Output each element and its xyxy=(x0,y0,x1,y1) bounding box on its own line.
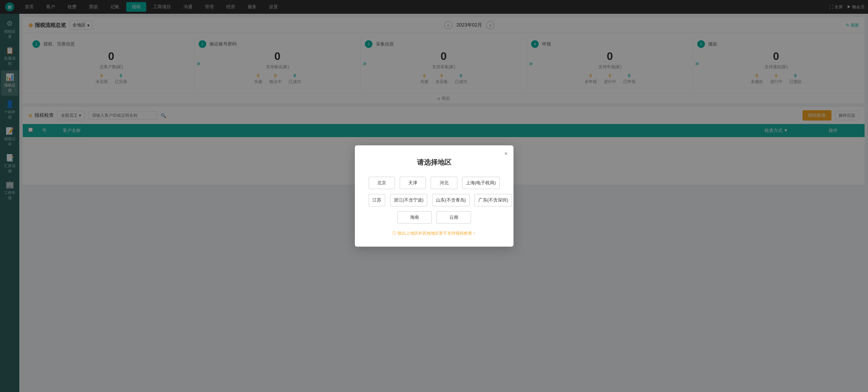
region-btn-guangdong[interactable]: 广东(不含深圳) xyxy=(475,194,512,206)
region-btn-tianjin[interactable]: 天津 xyxy=(400,177,426,189)
region-grid-row2: 江苏 浙江(不含宁波) 山东(不含青岛) 广东(不含深圳) xyxy=(369,194,500,206)
region-warning: ⓘ 除以上地区外其他地区暂不支持报税检查！ xyxy=(369,230,500,236)
region-btn-hainan[interactable]: 海南 xyxy=(397,211,432,224)
region-btn-yunnan[interactable]: 云南 xyxy=(437,211,471,224)
modal-close-btn[interactable]: × xyxy=(504,150,508,157)
region-btn-zhejiang[interactable]: 浙江(不含宁波) xyxy=(390,194,428,206)
region-btn-jiangsu[interactable]: 江苏 xyxy=(369,194,385,206)
modal-title: 请选择地区 xyxy=(369,158,500,167)
region-select-modal: × 请选择地区 北京 天津 河北 上海(电子税局) 江苏 浙江(不含宁波) 山东… xyxy=(355,145,513,247)
warning-icon: ⓘ xyxy=(392,230,396,236)
region-grid-row1: 北京 天津 河北 上海(电子税局) xyxy=(369,177,500,189)
region-btn-hebei[interactable]: 河北 xyxy=(431,177,457,189)
modal-overlay: × 请选择地区 北京 天津 河北 上海(电子税局) 江苏 浙江(不含宁波) 山东… xyxy=(0,0,868,392)
region-grid-row3: 海南 云南 xyxy=(369,211,500,224)
region-btn-beijing[interactable]: 北京 xyxy=(369,177,395,189)
region-btn-shandong[interactable]: 山东(不含青岛) xyxy=(432,194,470,206)
region-btn-shanghai[interactable]: 上海(电子税局) xyxy=(462,177,500,189)
warning-text: 除以上地区外其他地区暂不支持报税检查！ xyxy=(398,230,476,236)
